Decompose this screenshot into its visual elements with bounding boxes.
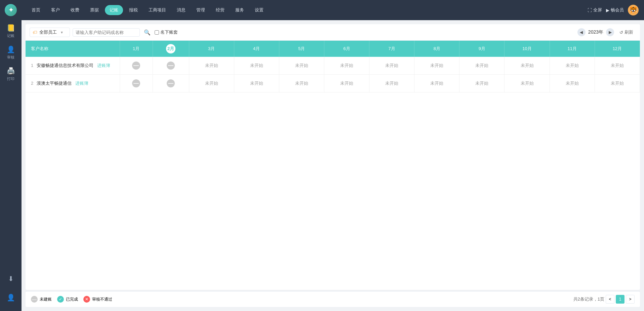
unstarted-label: 未开始 — [430, 63, 443, 68]
sidebar-user-btn[interactable]: 👤 — [0, 289, 22, 306]
checkbox-label[interactable]: 名下账套 — [155, 29, 178, 35]
sidebar-bottom: ⬇ 👤 — [0, 271, 22, 311]
current-month-badge: 2月 — [166, 44, 175, 53]
sidebar-shenhe-label: 审核 — [7, 55, 14, 60]
unstarted-label: 未开始 — [295, 81, 308, 86]
member-button[interactable]: ▶ 畅会员 — [606, 7, 624, 13]
member-icon: ▶ — [606, 8, 609, 13]
sidebar: ✦ 📒 记账 👤 审核 🖨️ 打印 ⬇ 👤 — [0, 0, 22, 311]
member-label: 畅会员 — [611, 7, 624, 13]
unstarted-label: 未开始 — [250, 81, 263, 86]
status-m5: 未开始 — [279, 57, 324, 75]
sidebar-jiezhang-label: 记账 — [7, 33, 14, 38]
topnav: 首页 客户 收费 票据 记账 报税 工商项目 消息 管理 经营 服务 设置 ⛶ … — [22, 0, 644, 20]
sidebar-item-shenhe[interactable]: 👤 审核 — [0, 42, 22, 63]
nav-customer[interactable]: 客户 — [46, 5, 65, 15]
unbuilt-label: 未建账 — [40, 297, 52, 302]
nav-shoufei[interactable]: 收费 — [66, 5, 84, 15]
status-m10: 未开始 — [505, 75, 550, 92]
nav-baoshui[interactable]: 报税 — [124, 5, 143, 15]
nav-shezhi[interactable]: 设置 — [250, 5, 268, 15]
nav-xiaoxi[interactable]: 消息 — [172, 5, 190, 15]
legend-unbuilt: — 未建账 — [31, 296, 52, 303]
col-m7: 7月 — [369, 41, 414, 57]
legend-rejected: ✕ 审核不通过 — [83, 296, 112, 303]
status-m11: 未开始 — [550, 57, 595, 75]
nav-jiezhang[interactable]: 记账 — [105, 5, 123, 15]
search-button[interactable]: 🔍 — [143, 28, 152, 37]
jiezhang-icon: 📒 — [7, 24, 15, 32]
nav-jingying[interactable]: 经营 — [211, 5, 229, 15]
client-name: 安徽畅捷通信息技术有限公司 — [37, 63, 93, 68]
enter-link[interactable]: 进账簿 — [97, 63, 110, 68]
fullscreen-button[interactable]: ⛶ 全屏 — [588, 7, 602, 13]
refresh-label: 刷新 — [625, 29, 633, 35]
year-display: 2023年 — [588, 29, 603, 35]
status-m8: 未开始 — [414, 75, 459, 92]
unbuilt-icon: — — [31, 296, 38, 303]
unstarted-label: 未开始 — [521, 81, 534, 86]
unstarted-label: 未开始 — [205, 63, 218, 68]
status-m5: 未开始 — [279, 75, 324, 92]
filter-label: 全部员工 — [39, 29, 57, 35]
user-avatar[interactable]: 🐯 — [628, 5, 639, 15]
status-m12: 未开始 — [595, 57, 640, 75]
rejected-icon: ✕ — [83, 296, 90, 303]
status-m6: 未开始 — [324, 57, 369, 75]
status-m7: 未开始 — [369, 75, 414, 92]
nav-home[interactable]: 首页 — [27, 5, 45, 15]
client-name: 漠澳太平畅捷通信 — [37, 81, 72, 86]
client-num: 1 — [31, 63, 33, 68]
unstarted-label: 未开始 — [295, 63, 308, 68]
nav-guanli[interactable]: 管理 — [192, 5, 210, 15]
refresh-button[interactable]: ↺ 刷新 — [617, 28, 636, 37]
year-next-button[interactable]: ▶ — [606, 28, 614, 36]
page-prev-button[interactable]: < — [606, 295, 614, 304]
status-m1: — — [120, 57, 153, 75]
enter-link[interactable]: 进账簿 — [75, 81, 88, 86]
col-m3: 3月 — [189, 41, 234, 57]
col-client-name: 客户名称 — [26, 41, 120, 57]
legend-done: ✓ 已完成 — [57, 296, 78, 303]
sidebar-item-jiezhang[interactable]: 📒 记账 — [0, 20, 22, 42]
status-m8: 未开始 — [414, 57, 459, 75]
status-m11: 未开始 — [550, 75, 595, 92]
unstarted-label: 未开始 — [521, 63, 534, 68]
status-m3: 未开始 — [189, 57, 234, 75]
done-icon: ✓ — [57, 296, 64, 303]
status-m7: 未开始 — [369, 57, 414, 75]
col-m6: 6月 — [324, 41, 369, 57]
nav-piaoju[interactable]: 票据 — [85, 5, 104, 15]
sidebar-download-btn[interactable]: ⬇ — [0, 271, 22, 287]
search-input[interactable] — [73, 28, 140, 37]
col-m8: 8月 — [414, 41, 459, 57]
nav-fuwu[interactable]: 服务 — [231, 5, 249, 15]
main-table: 客户名称 1月 2月 3月 4月 5月 6月 7月 8月 9月 10月 11月 … — [26, 41, 640, 92]
rejected-label: 审核不通过 — [92, 297, 112, 302]
status-m1: — — [120, 75, 153, 92]
status-m12: 未开始 — [595, 75, 640, 92]
toolbar: 🏷 全部员工 ▼ 🔍 名下账套 ◀ 2023年 ▶ ↺ 刷新 — [26, 24, 640, 41]
unstarted-label: 未开始 — [611, 81, 624, 86]
table-container: 客户名称 1月 2月 3月 4月 5月 6月 7月 8月 9月 10月 11月 … — [26, 41, 640, 290]
page-next-button[interactable]: > — [626, 295, 635, 304]
year-prev-button[interactable]: ◀ — [577, 28, 586, 36]
year-nav: ◀ 2023年 ▶ — [577, 28, 614, 36]
employee-filter[interactable]: 🏷 全部员工 ▼ — [30, 28, 70, 37]
sidebar-logo: ✦ — [0, 0, 22, 20]
fullscreen-label: 全屏 — [593, 7, 602, 13]
nav-gongshang[interactable]: 工商项目 — [144, 5, 171, 15]
dash-icon: — — [167, 79, 175, 87]
sidebar-item-dayin[interactable]: 🖨️ 打印 — [0, 63, 22, 85]
unstarted-label: 未开始 — [430, 81, 443, 86]
main-area: 首页 客户 收费 票据 记账 报税 工商项目 消息 管理 经营 服务 设置 ⛶ … — [22, 0, 644, 311]
col-m1: 1月 — [120, 41, 153, 57]
mingxia-checkbox[interactable] — [155, 30, 159, 35]
page-current-button[interactable]: 1 — [616, 295, 625, 304]
unstarted-label: 未开始 — [475, 63, 488, 68]
unstarted-label: 未开始 — [340, 81, 353, 86]
content-area: 🏷 全部员工 ▼ 🔍 名下账套 ◀ 2023年 ▶ ↺ 刷新 — [22, 20, 644, 311]
filter-icon: 🏷 — [33, 30, 37, 35]
done-label: 已完成 — [66, 297, 78, 302]
col-m11: 11月 — [550, 41, 595, 57]
